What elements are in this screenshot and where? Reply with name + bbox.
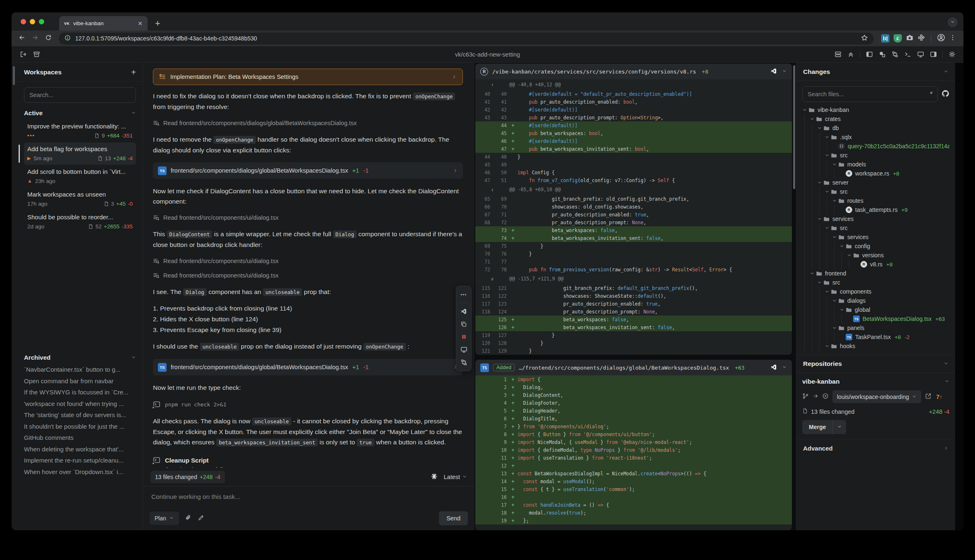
rows-icon[interactable]: [832, 49, 844, 60]
active-section-header[interactable]: Active: [24, 106, 136, 119]
file-change-card[interactable]: TSfrontend/src/components/dialogs/global…: [153, 359, 463, 375]
vscode-icon[interactable]: [770, 364, 777, 372]
copy-icon[interactable]: [458, 318, 470, 330]
advanced-section[interactable]: Advanced: [796, 439, 955, 457]
archived-workspace-item[interactable]: Open command bar from navbar: [24, 375, 136, 387]
git-compare-icon[interactable]: [889, 49, 901, 60]
tree-folder-row[interactable]: src: [802, 187, 949, 196]
changes-header[interactable]: Changes: [796, 63, 955, 81]
tree-file-row[interactable]: TSTaskPanel.tsx+8-2: [802, 332, 949, 342]
panel-left-icon[interactable]: [863, 49, 875, 60]
tree-folder-row[interactable]: dialogs: [802, 296, 949, 305]
maximize-window-button[interactable]: [39, 19, 44, 24]
tree-folder-row[interactable]: versions: [802, 251, 949, 260]
profile-avatar-icon[interactable]: [937, 33, 945, 43]
monitor-icon[interactable]: [915, 49, 926, 60]
workspace-item[interactable]: Mark workspaces as unseen17h ago3+45-0: [24, 188, 136, 210]
sparkle-icon[interactable]: [431, 473, 437, 481]
url-text[interactable]: 127.0.0.1:57095/workspaces/c63c9fd6-dfb8…: [75, 35, 257, 42]
chevrons-up-icon[interactable]: [845, 49, 856, 60]
panel-right-icon[interactable]: [927, 49, 939, 60]
tree-file-row[interactable]: Rv8.rs+8: [802, 260, 949, 269]
tree-folder-row[interactable]: db: [802, 123, 949, 133]
chevron-down-icon[interactable]: [782, 365, 787, 371]
chevron-down-icon[interactable]: [782, 69, 787, 75]
tree-folder-row[interactable]: panels: [802, 323, 949, 332]
repo-name-row[interactable]: vibe-kanban: [802, 373, 949, 390]
expand-hunk-icon[interactable]: ↑: [475, 82, 509, 88]
reload-button[interactable]: [42, 32, 55, 45]
send-button[interactable]: Send: [439, 511, 468, 525]
tree-folder-row[interactable]: src: [802, 223, 949, 233]
archived-section-header[interactable]: Archived: [24, 351, 136, 364]
merge-split-button[interactable]: Merge: [802, 420, 846, 434]
address-bar[interactable]: 127.0.0.1:57095/workspaces/c63c9fd6-dfb8…: [59, 33, 874, 45]
tree-folder-row[interactable]: server: [802, 178, 949, 187]
tool-read-row[interactable]: Read frontend/src/components/ui/dialog.t…: [153, 258, 463, 264]
tree-folder-row[interactable]: components: [802, 287, 949, 296]
browser-tab[interactable]: VK vibe-kanban ✕: [59, 16, 148, 31]
implementation-plan-banner[interactable]: Implementation Plan: Beta Workspaces Set…: [153, 69, 463, 85]
pen-icon[interactable]: [198, 514, 205, 523]
diff-file-header[interactable]: TS Added …/frontend/src/components/dialo…: [475, 360, 792, 375]
scrollbar-thumb[interactable]: [793, 65, 795, 189]
tree-file-row[interactable]: {}query-70b21c5c0a2ba5c21c9c1132f14a68: [802, 142, 949, 151]
scrollbar-thumb[interactable]: [13, 66, 15, 85]
file-search-input[interactable]: [802, 86, 938, 102]
latest-dropdown[interactable]: Latest: [444, 474, 467, 480]
archive-icon[interactable]: [31, 49, 42, 60]
tree-folder-row[interactable]: services: [802, 214, 949, 223]
tree-folder-row[interactable]: .sqlx: [802, 133, 949, 142]
merge-button[interactable]: Merge: [802, 420, 832, 434]
message-input[interactable]: [150, 491, 468, 511]
branch-dropdown[interactable]: louis/workspace-onboarding: [832, 390, 921, 403]
tree-file-row[interactable]: Rtask_attempts.rs+9: [802, 205, 949, 214]
files-changed-chip[interactable]: 13 files changed +248 -4: [150, 471, 225, 483]
browser-menu-icon[interactable]: [949, 34, 956, 43]
merge-options-button[interactable]: [833, 420, 846, 434]
tree-file-row[interactable]: Rworkspace.rs+8: [802, 169, 949, 178]
collapse-icon[interactable]: [927, 90, 934, 98]
tree-folder-row[interactable]: routes: [802, 196, 949, 205]
close-tab-icon[interactable]: ✕: [138, 20, 143, 27]
mode-dropdown[interactable]: Plan: [150, 512, 179, 525]
archived-workspace-item[interactable]: It shouldn't be possible for just the ..…: [24, 421, 136, 432]
workspace-item[interactable]: Add scroll to bottom button in `Virt...▲…: [24, 165, 136, 187]
file-change-card[interactable]: TSfrontend/src/components/dialogs/global…: [153, 162, 463, 179]
vscode-icon[interactable]: [458, 305, 470, 317]
tool-read-row[interactable]: Read frontend/src/components/ui/dialog.t…: [153, 272, 463, 279]
tree-folder-row[interactable]: frontend: [802, 269, 949, 278]
pause-icon[interactable]: [458, 331, 470, 343]
tool-read-row[interactable]: Read frontend/src/components/dialogs/glo…: [153, 120, 463, 126]
archived-workspace-item[interactable]: When hover over `Dropdown.tsx` i...: [24, 466, 136, 478]
add-workspace-button[interactable]: +: [131, 68, 136, 76]
extension-shield-icon[interactable]: £: [894, 34, 902, 43]
archived-workspace-item[interactable]: When deleting the workspace that'...: [24, 444, 136, 455]
workspace-item[interactable]: Add beta flag for workspaces▶5m ago13+24…: [24, 142, 136, 165]
vscode-icon[interactable]: [770, 68, 777, 76]
workspace-item[interactable]: Should be possible to reorder...2d ago52…: [24, 211, 136, 233]
workspace-item[interactable]: Improve the preview functionality: ...••…: [24, 120, 136, 142]
window-controls[interactable]: [12, 19, 49, 31]
tree-folder-row[interactable]: crates: [802, 114, 949, 123]
minimize-window-button[interactable]: [30, 19, 35, 24]
cleanup-script-row[interactable]: Cleanup ScriptCompleted successfully: [153, 456, 463, 468]
diff-file-header[interactable]: R /vibe-kanban/crates/services/src/servi…: [475, 64, 792, 79]
tab-search-button[interactable]: [948, 17, 958, 27]
gear-icon[interactable]: [946, 49, 958, 60]
github-icon[interactable]: [942, 90, 949, 99]
external-link-icon[interactable]: [925, 393, 932, 401]
tree-file-row[interactable]: TSBetaWorkspacesDialog.tsx+63: [802, 314, 949, 323]
tree-folder-row[interactable]: global: [802, 305, 949, 314]
repositories-header[interactable]: Repositories: [796, 355, 955, 373]
close-window-button[interactable]: [21, 19, 26, 24]
terminal-command-row[interactable]: pnpm run check 2>&1: [153, 401, 463, 408]
scrollbar-gutter[interactable]: [955, 63, 963, 530]
archived-workspace-item[interactable]: GitHub comments: [24, 432, 136, 444]
expand-hunk-icon[interactable]: ↕: [475, 187, 509, 192]
tree-folder-row[interactable]: src: [802, 278, 949, 287]
shapes-icon[interactable]: [876, 49, 888, 60]
tree-folder-row[interactable]: services: [802, 233, 949, 242]
camera-icon[interactable]: [906, 34, 913, 43]
forward-button[interactable]: [29, 32, 41, 45]
